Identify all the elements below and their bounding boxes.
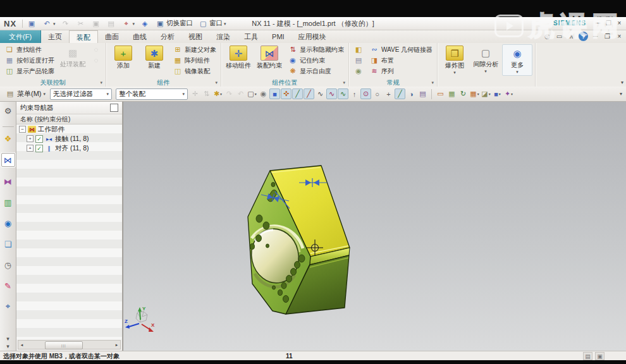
fit-view-icon[interactable]: ▭ bbox=[435, 88, 446, 99]
scroll-up-icon[interactable]: ▾ bbox=[2, 336, 15, 342]
add-component-button[interactable]: +添加 bbox=[109, 44, 138, 71]
part-navigator-icon[interactable]: ⧓ bbox=[2, 175, 15, 188]
tree-row-touch[interactable]: +✓▸◂接触 (11, 8) bbox=[16, 134, 122, 143]
tab-view[interactable]: 视图 bbox=[181, 30, 209, 43]
assembly-constraints-button[interactable]: ⋈装配约束 bbox=[255, 44, 284, 71]
status-clipboard-icon[interactable]: ▤ bbox=[583, 352, 592, 360]
tree-row-touch-expand-icon[interactable]: + bbox=[27, 135, 34, 142]
tree-row-align-expand-icon[interactable]: + bbox=[27, 145, 34, 152]
show-hide-constraints-button[interactable]: ⇅显示和隐藏约束 bbox=[286, 44, 346, 55]
window-button[interactable]: ▢窗口▾ bbox=[196, 18, 228, 29]
navigator-column-header[interactable]: 名称 (按约束分组) bbox=[16, 114, 122, 124]
help-icon[interactable]: ? bbox=[579, 32, 588, 41]
scroll-left-icon[interactable]: ◂ bbox=[18, 341, 25, 348]
pattern-component-button[interactable]: ▦阵列组件 bbox=[171, 55, 218, 66]
spline-points-icon[interactable]: ∿ bbox=[326, 88, 337, 99]
status-window-icon[interactable]: ▣ bbox=[595, 352, 605, 360]
selection-ball-icon[interactable]: ◉ bbox=[258, 88, 269, 99]
ribbon-group-association-label[interactable]: 关联控制▾ bbox=[0, 78, 106, 87]
snap-enabled-icon[interactable]: ✜ bbox=[281, 88, 292, 99]
cube-view-icon[interactable]: ■▾ bbox=[492, 88, 503, 99]
background-icon[interactable]: ▦ bbox=[446, 88, 457, 99]
ribbon-close-button[interactable]: × bbox=[615, 32, 624, 41]
open-by-proximity-button[interactable]: ▦按邻近度打开 bbox=[3, 55, 56, 66]
roles-gear-icon[interactable]: ⚙ bbox=[2, 104, 15, 117]
undo-icon[interactable]: ↶▾ bbox=[40, 18, 58, 29]
more-button[interactable]: ◉更多▾ bbox=[502, 44, 532, 76]
history-icon[interactable]: ◷ bbox=[2, 258, 15, 271]
search-icon[interactable]: ◎ bbox=[543, 32, 552, 41]
tree-row-align[interactable]: +✓∥对齐 (11, 8) bbox=[16, 143, 122, 153]
layers-icon[interactable]: ▤ bbox=[417, 88, 428, 99]
tab-analysis[interactable]: 分析 bbox=[154, 30, 181, 43]
tab-home[interactable]: 主页 bbox=[41, 30, 69, 43]
ribbon-overflow-caret[interactable]: ▾ bbox=[621, 80, 623, 85]
arrangements-button[interactable]: ◨布置 bbox=[367, 55, 434, 66]
toolbar-overflow-caret[interactable]: ▾ bbox=[620, 92, 622, 97]
graphics-viewport[interactable]: Z X Y bbox=[123, 102, 626, 351]
sequence-button[interactable]: ≋序列 bbox=[367, 66, 434, 76]
plus-snap-icon[interactable]: + bbox=[383, 88, 394, 99]
scroll-track[interactable]: ||| bbox=[25, 341, 113, 348]
ribbon-group-position-label[interactable]: 组件位置▾ bbox=[221, 78, 348, 87]
scroll-thumb[interactable]: ||| bbox=[45, 341, 83, 349]
tab-modules[interactable]: 应用模块 bbox=[292, 30, 333, 43]
globe-rotate-icon[interactable]: ◑ bbox=[406, 88, 417, 99]
line-snap-icon[interactable]: ╱ bbox=[292, 88, 303, 99]
reuse-library-icon[interactable]: ▥ bbox=[2, 196, 15, 209]
curve-snap-icon[interactable]: ∿ bbox=[315, 88, 326, 99]
selection-filter-select[interactable]: 无选择过滤器▾ bbox=[50, 88, 112, 100]
mirror-assembly-button[interactable]: ◫镜像装配 bbox=[171, 66, 218, 76]
ribbon-group-general-label[interactable]: 常规▾ bbox=[349, 78, 437, 87]
command-finder-icon[interactable]: ▭ bbox=[555, 32, 564, 41]
command-repeat-icon[interactable]: ◈ bbox=[138, 18, 152, 29]
navigator-float-icon[interactable] bbox=[110, 104, 118, 112]
tree-row-touch-checkbox[interactable]: ✓ bbox=[35, 135, 43, 143]
tab-tools[interactable]: 工具 bbox=[237, 30, 265, 43]
circle-snap-icon[interactable]: ○ bbox=[372, 88, 383, 99]
tab-assembly[interactable]: 装配 bbox=[69, 30, 98, 44]
clearance-analysis-button[interactable]: ▢间隙分析▾ bbox=[471, 44, 500, 75]
tree-row-align-checkbox[interactable]: ✓ bbox=[35, 145, 43, 152]
visibility-icon[interactable]: ✦▾ bbox=[503, 88, 514, 99]
shaded-cube-icon[interactable]: ■ bbox=[269, 88, 280, 99]
refresh-icon[interactable]: ↻ bbox=[458, 88, 469, 99]
assembly-navigator-icon[interactable]: ❖ bbox=[2, 132, 15, 145]
wave-geometry-linker-button[interactable]: ∾WAVE 几何链接器 bbox=[367, 44, 434, 55]
tab-curve[interactable]: 曲线 bbox=[126, 30, 154, 43]
rectangle-select-icon[interactable]: ▢▾ bbox=[247, 88, 257, 99]
switch-window-button[interactable]: ▣切换窗口 bbox=[153, 18, 195, 29]
remember-constraints-button[interactable]: ◉记住约束 bbox=[286, 55, 346, 66]
show-product-outline-button[interactable]: ◫显示产品轮廓 bbox=[3, 66, 56, 76]
web-browser-icon[interactable]: ◉ bbox=[2, 217, 15, 229]
tab-surface[interactable]: 曲面 bbox=[98, 30, 126, 43]
close-button[interactable]: × bbox=[615, 18, 624, 28]
circle-center-icon[interactable]: ⊙ bbox=[360, 88, 371, 99]
ribbon-minimize-button[interactable]: ─ bbox=[591, 32, 600, 41]
move-component-button[interactable]: ✛移动组件 bbox=[224, 44, 253, 71]
scroll-down-icon[interactable]: ▾ bbox=[2, 343, 15, 349]
interpart-link-icon[interactable]: ▤ bbox=[352, 55, 365, 66]
constraint-navigator-icon[interactable]: ⋈ bbox=[1, 153, 15, 167]
history-palette-icon[interactable]: ❏ bbox=[2, 238, 15, 250]
touch-point-icon[interactable]: ⌖▾ bbox=[120, 18, 137, 29]
tab-render[interactable]: 渲染 bbox=[209, 30, 237, 43]
menu-button[interactable]: ▤ 菜单(M) ▾ bbox=[3, 88, 48, 100]
navigator-hscrollbar[interactable]: ◂ ||| ▸ bbox=[18, 340, 121, 349]
ribbon-group-component-label[interactable]: 组件▾ bbox=[106, 78, 221, 87]
arrow-up-icon[interactable]: ↑ bbox=[349, 88, 360, 99]
scroll-right-icon[interactable]: ▸ bbox=[113, 341, 120, 348]
grid-icon[interactable]: ▦▾ bbox=[469, 88, 480, 99]
minimize-button[interactable]: ─ bbox=[593, 18, 603, 28]
slash-snap-icon[interactable]: ╱ bbox=[395, 88, 405, 99]
save-icon[interactable]: ▣ bbox=[25, 18, 39, 29]
restore-button[interactable]: ❐ bbox=[604, 18, 613, 28]
ribbon-restore-button[interactable]: ❐ bbox=[603, 32, 612, 41]
new-parent-button[interactable]: ⊞新建父对象 bbox=[171, 44, 218, 55]
tree-row-work-part[interactable]: −⋈工作部件 bbox=[16, 124, 122, 134]
show-dof-button[interactable]: ❋显示自由度 bbox=[286, 66, 346, 76]
minimize-ribbon-icon[interactable]: ∧ bbox=[567, 32, 576, 41]
find-component-button[interactable]: ❏查找组件 bbox=[3, 44, 56, 55]
tab-pmi[interactable]: PMI bbox=[265, 30, 292, 43]
sequence-mini-icon[interactable]: ◉ bbox=[352, 66, 365, 76]
